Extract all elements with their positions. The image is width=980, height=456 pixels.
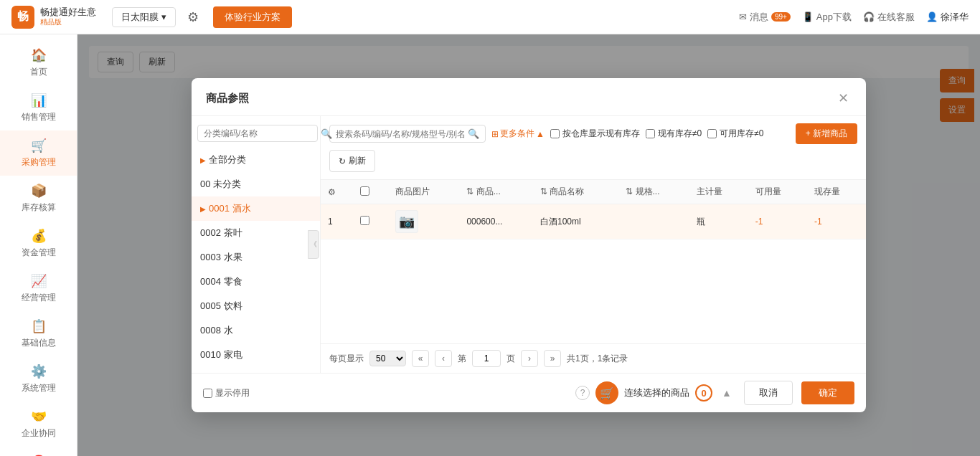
col-spec[interactable]: ⇅ 规格...: [618, 180, 689, 204]
col-settings[interactable]: ⚙: [321, 180, 353, 204]
category-search-input[interactable]: [197, 125, 318, 142]
filter-has-stock-text: 现有库存≠0: [658, 128, 702, 140]
filter-available-checkbox[interactable]: [707, 129, 717, 138]
col-stock: 现存量: [807, 180, 866, 204]
help-icon[interactable]: ?: [575, 386, 590, 400]
filter-has-stock-label[interactable]: 现有库存≠0: [646, 128, 702, 140]
first-page-btn[interactable]: «: [412, 350, 429, 367]
per-page-select[interactable]: 10 20 50 100: [369, 351, 406, 366]
sidebar-item-home[interactable]: 🏠 首页: [0, 40, 77, 85]
filter-has-stock-checkbox[interactable]: [646, 129, 655, 138]
phone-icon: 📱: [802, 11, 814, 22]
sidebar-item-sales[interactable]: 📊 销售管理: [0, 85, 77, 130]
show-disabled-label[interactable]: 显示停用: [203, 387, 250, 399]
modal-dialog: 商品参照 ✕ 🔍 ▶ 全部分类: [192, 78, 866, 412]
sidebar-item-purchase[interactable]: 🛒 采购管理: [0, 130, 77, 176]
category-search-area: 🔍: [192, 122, 320, 148]
sidebar-item-label: 首页: [30, 66, 47, 78]
sidebar-item-finance[interactable]: 💰 资金管理: [0, 221, 77, 266]
cat-item-all[interactable]: ▶ 全部分类: [192, 148, 320, 172]
sidebar-item-collab[interactable]: 🤝 企业协同: [0, 402, 77, 447]
settings-icon[interactable]: ⚙: [182, 6, 204, 29]
col-checkbox[interactable]: [353, 180, 387, 204]
person-icon: 👤: [926, 11, 938, 22]
filter-available-label[interactable]: 可用库存≠0: [707, 128, 763, 140]
table-row[interactable]: 1 📷 000600... 白酒100ml 瓶: [321, 204, 866, 239]
close-icon[interactable]: ✕: [834, 90, 852, 107]
company-name: 日太阳膜: [121, 11, 159, 24]
cat-item-snacks[interactable]: 0004 零食: [192, 270, 320, 294]
row-checkbox-cell[interactable]: [353, 204, 387, 239]
content-area: 查询 刷新 查询 设置 商品参照 ✕: [77, 34, 980, 456]
cat-item-wine[interactable]: ▶ 0001 酒水: [192, 196, 320, 221]
cat-item-fruit[interactable]: 0003 水果: [192, 245, 320, 270]
pagination-bar: 每页显示 10 20 50 100 « ‹ 第 页: [321, 343, 866, 373]
cart-icon[interactable]: 🛒: [595, 381, 618, 404]
cat-item-label: 0003 水果: [200, 251, 242, 264]
collapse-cart-btn[interactable]: ▲: [718, 384, 735, 402]
sidebar-item-label: 采购管理: [22, 156, 56, 168]
cat-item-water[interactable]: 0008 水: [192, 318, 320, 343]
row-spec: [618, 204, 689, 239]
prev-page-btn[interactable]: ‹: [435, 350, 452, 367]
sidebar-item-label: 企业协同: [22, 427, 56, 440]
cat-item-label: 0002 茶叶: [200, 227, 242, 239]
sidebar-item-inventory[interactable]: 📦 库存核算: [0, 176, 77, 221]
row-checkbox[interactable]: [360, 216, 369, 225]
cat-item-drinks[interactable]: 0005 饮料: [192, 294, 320, 318]
service-label: 在线客服: [877, 11, 915, 24]
sidebar-item-basic-info[interactable]: 📋 基础信息: [0, 311, 77, 356]
row-available: -1: [748, 204, 807, 239]
inventory-icon: 📦: [31, 183, 47, 199]
chevron-down-icon: ▾: [161, 11, 166, 22]
show-disabled-checkbox[interactable]: [203, 389, 212, 398]
add-product-btn[interactable]: + 新增商品: [796, 123, 857, 144]
modal-body: 🔍 ▶ 全部分类 00 未分类 ▶: [192, 116, 866, 373]
sidebar-item-label: 库存核算: [22, 201, 56, 214]
col-name[interactable]: ⇅ 商品名称: [533, 180, 618, 204]
search-icon[interactable]: 🔍: [468, 128, 479, 139]
arrow-icon: ▶: [200, 156, 206, 164]
header-company-dropdown[interactable]: 日太阳膜 ▾: [112, 7, 176, 27]
cancel-btn[interactable]: 取消: [744, 381, 793, 405]
page-number-input[interactable]: [472, 350, 501, 367]
sidebar-item-guide[interactable]: 🎯 新手引导: [0, 447, 77, 456]
select-all-checkbox[interactable]: [360, 186, 369, 196]
refresh-icon: ↻: [339, 156, 346, 166]
row-index: 1: [321, 204, 353, 239]
sidebar-item-operations[interactable]: 📈 经营管理: [0, 266, 77, 311]
cat-item-label: 00 未分类: [200, 178, 241, 191]
product-search-input[interactable]: [336, 129, 465, 139]
row-unit: 瓶: [689, 204, 748, 239]
app-download-btn[interactable]: 📱 App下载: [802, 11, 852, 24]
app-label: App下载: [816, 11, 852, 24]
confirm-btn[interactable]: 确定: [801, 381, 854, 404]
cat-item-tea[interactable]: 0002 茶叶: [192, 221, 320, 245]
cat-item-unclassified[interactable]: 00 未分类: [192, 172, 320, 196]
filter-more-label: 更多条件: [500, 128, 534, 140]
cat-item-label: 全部分类: [209, 153, 246, 166]
last-page-btn[interactable]: »: [544, 350, 561, 367]
next-page-btn[interactable]: ›: [521, 350, 538, 367]
system-icon: ⚙️: [31, 364, 47, 379]
main-layout: 🏠 首页 📊 销售管理 🛒 采购管理 📦 库存核算 💰 资金管理 📈 经营管理 …: [0, 34, 980, 456]
username: 徐泽华: [941, 11, 969, 24]
right-content-panel: 🔍 ⊞ 更多条件 ▲ 按仓库显示现有库存: [321, 116, 866, 373]
search-icon[interactable]: 🔍: [321, 128, 332, 139]
row-name: 白酒100ml: [533, 204, 618, 239]
cat-item-appliance[interactable]: 0010 家电: [192, 343, 320, 367]
filter-more-btn[interactable]: ⊞ 更多条件 ▲: [491, 128, 545, 140]
row-stock: -1: [807, 204, 866, 239]
experience-btn[interactable]: 体验行业方案: [213, 6, 292, 28]
operations-icon: 📈: [31, 273, 47, 289]
online-service-btn[interactable]: 🎧 在线客服: [863, 11, 915, 24]
messages-btn[interactable]: ✉ 消息 99+: [739, 11, 791, 24]
refresh-btn[interactable]: ↻ 刷新: [329, 150, 375, 172]
collapse-panel-btn[interactable]: 《: [308, 230, 319, 259]
col-code[interactable]: ⇅ 商品...: [459, 180, 533, 204]
user-avatar[interactable]: 👤 徐泽华: [926, 11, 969, 24]
filter-by-warehouse-label[interactable]: 按仓库显示现有库存: [550, 128, 640, 140]
product-search-wrap: 🔍: [329, 125, 486, 143]
sidebar-item-system[interactable]: ⚙️ 系统管理: [0, 356, 77, 402]
filter-by-warehouse-checkbox[interactable]: [550, 129, 560, 138]
